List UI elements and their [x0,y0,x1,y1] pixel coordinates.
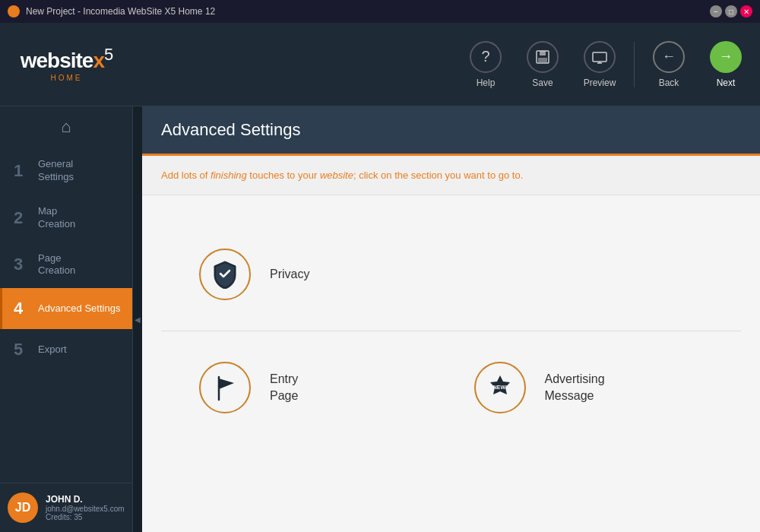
save-button[interactable]: Save [516,34,569,95]
app-wrapper: websitex5 HOME ? Help Save [0,23,760,532]
svg-text:NEW!: NEW! [492,385,507,390]
page-title: Advanced Settings [161,120,741,140]
svg-rect-1 [540,51,546,55]
sidebar-item-home[interactable]: ⌂ [0,106,132,147]
advertising-message-card[interactable]: NEW! AdvertisingMessage [451,350,727,425]
user-name: JOHN D. [46,494,125,505]
titlebar-controls: − □ ✕ [710,5,752,17]
minimize-button[interactable]: − [710,5,722,17]
privacy-label: Privacy [270,266,309,283]
advertising-icon-wrap: NEW! [474,362,526,413]
main-content: Advanced Settings Add lots of finishing … [142,106,760,532]
next-icon: → [710,41,742,73]
sidebar: ⌂ 1 GeneralSettings 2 MapCreation 3 Page… [0,106,133,532]
user-credits: Credits: 35 [46,513,125,521]
entry-page-icon-wrap [199,362,251,413]
flag-icon [213,374,237,401]
sidebar-collapse-button[interactable]: ◀ [133,106,142,532]
sidebar-item-map-creation[interactable]: 2 MapCreation [0,195,132,242]
svg-rect-2 [538,58,547,62]
logo-text: websitex5 [21,46,113,71]
sidebar-item-general-settings[interactable]: 1 GeneralSettings [0,147,132,195]
save-icon [527,41,559,73]
app-icon [8,5,20,17]
toolbar-divider [634,42,635,87]
user-email: john.d@websitex5.com [46,505,125,513]
logo-area: websitex5 HOME [0,39,133,89]
close-button[interactable]: ✕ [740,5,752,17]
avatar: JD [8,492,38,523]
content-description: Add lots of finishing touches to your we… [142,156,760,195]
user-info: JOHN D. john.d@websitex5.com Credits: 35 [46,494,125,521]
preview-button[interactable]: Preview [573,34,626,95]
help-icon: ? [470,41,502,73]
content-header: Advanced Settings [142,106,760,156]
shield-icon [212,260,238,289]
sidebar-item-export[interactable]: 5 Export [0,329,132,370]
sidebar-item-advanced-settings[interactable]: 4 Advanced Settings [0,288,132,329]
back-button[interactable]: ← Back [642,34,695,95]
advertising-message-label: AdvertisingMessage [545,371,605,405]
content-grid: Privacy Ent [142,195,760,532]
entry-page-label: EntryPage [270,371,298,405]
toolbar-actions: ? Help Save [459,34,752,95]
sidebar-footer: JD JOHN D. john.d@websitex5.com Credits:… [0,483,132,532]
next-button[interactable]: → Next [699,34,752,95]
home-icon: ⌂ [61,117,71,137]
privacy-icon-wrap [199,249,251,300]
titlebar-title: New Project - Incomedia WebSite X5 Home … [26,6,215,17]
maximize-button[interactable]: □ [725,5,737,17]
privacy-card[interactable]: Privacy [176,237,726,312]
help-button[interactable]: ? Help [459,34,512,95]
logo-sub: HOME [51,74,83,82]
app-body: ⌂ 1 GeneralSettings 2 MapCreation 3 Page… [0,106,760,532]
sidebar-item-page-creation[interactable]: 3 PageCreation [0,242,132,289]
svg-rect-3 [593,52,606,62]
preview-icon [584,41,616,73]
toolbar: websitex5 HOME ? Help Save [0,23,760,106]
grid-row-privacy: Privacy [161,218,741,331]
entry-page-card[interactable]: EntryPage [176,350,451,425]
new-badge-icon: NEW! [486,374,514,401]
titlebar: New Project - Incomedia WebSite X5 Home … [0,0,760,23]
grid-row-entry-advertising: EntryPage NEW! AdvertisingMessage [161,331,741,444]
back-icon: ← [653,41,685,73]
